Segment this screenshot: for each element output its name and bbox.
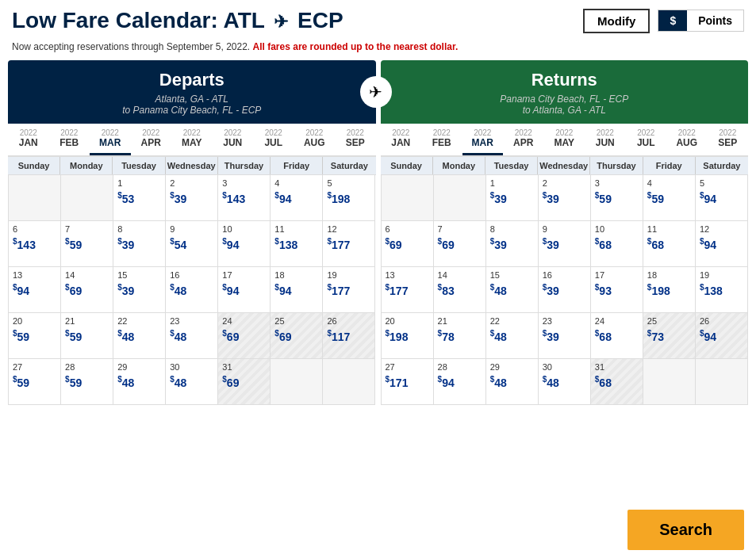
table-row[interactable]: 6$69	[382, 221, 434, 267]
table-row[interactable]: 5$198	[323, 175, 375, 221]
table-row[interactable]: 24$69	[218, 313, 271, 359]
table-row[interactable]: 28$94	[434, 359, 486, 405]
month-tab-sep[interactable]: 2022SEP	[335, 124, 376, 155]
table-row[interactable]: 10$94	[218, 221, 271, 267]
month-tab-aug[interactable]: 2022AUG	[666, 124, 708, 155]
table-row[interactable]: 2$39	[539, 175, 591, 221]
table-row[interactable]: 30$48	[166, 359, 218, 405]
table-row[interactable]: 11$138	[271, 221, 323, 267]
table-row[interactable]: 7$59	[61, 221, 113, 267]
table-row[interactable]: 5$94	[696, 175, 748, 221]
day-number: 18	[274, 270, 318, 280]
month-tab-sep[interactable]: 2022SEP	[708, 124, 749, 155]
month-tab-may[interactable]: 2022MAY	[544, 124, 585, 155]
table-row[interactable]: 1$53	[113, 175, 166, 221]
fare-price: $177	[327, 283, 370, 297]
month-tab-jun[interactable]: 2022JUN	[213, 124, 254, 155]
table-row[interactable]: 4$94	[271, 175, 323, 221]
table-row[interactable]: 9$39	[539, 221, 591, 267]
table-row[interactable]: 21$59	[61, 313, 113, 359]
table-row[interactable]: 20$198	[382, 313, 434, 359]
month-tab-jul[interactable]: 2022JUL	[626, 124, 667, 155]
table-row[interactable]: 23$39	[539, 313, 591, 359]
month-tab-aug[interactable]: 2022AUG	[294, 124, 336, 155]
day-number: 23	[170, 316, 213, 326]
table-row[interactable]: 17$93	[591, 267, 643, 313]
search-button[interactable]: Search	[627, 510, 744, 550]
table-row[interactable]: 19$177	[323, 267, 375, 313]
table-row[interactable]: 9$54	[166, 221, 218, 267]
table-row[interactable]: 14$83	[434, 267, 486, 313]
table-row[interactable]: 18$94	[271, 267, 323, 313]
table-row[interactable]: 22$48	[486, 313, 539, 359]
month-tab-apr[interactable]: 2022APR	[131, 124, 172, 155]
table-row[interactable]: 21$78	[434, 313, 486, 359]
day-number: 30	[543, 362, 586, 372]
table-row[interactable]: 17$94	[218, 267, 271, 313]
day-number: 13	[386, 270, 429, 280]
table-row[interactable]: 16$39	[539, 267, 591, 313]
month-tab-jan[interactable]: 2022JAN	[8, 124, 49, 155]
table-row[interactable]: 26$94	[696, 313, 748, 359]
dollar-button[interactable]: $	[658, 10, 687, 31]
departs-title: Departs	[16, 70, 368, 90]
table-row[interactable]: 10$68	[591, 221, 643, 267]
plane-icon: ✈	[360, 76, 392, 108]
month-tab-feb[interactable]: 2022FEB	[421, 124, 462, 155]
table-row[interactable]: 15$48	[486, 267, 539, 313]
header: Low Fare Calendar: ATL ✈ ECP Modify $ Po…	[0, 0, 756, 37]
table-row[interactable]: 1$39	[486, 175, 539, 221]
table-row[interactable]: 4$59	[643, 175, 696, 221]
points-button[interactable]: Points	[687, 10, 743, 31]
fare-price: $54	[170, 237, 213, 251]
month-tab-jul[interactable]: 2022JUL	[253, 124, 294, 155]
table-row[interactable]: 27$59	[9, 359, 61, 405]
month-tab-apr[interactable]: 2022APR	[503, 124, 544, 155]
month-tab-may[interactable]: 2022MAY	[171, 124, 213, 155]
month-tab-mar[interactable]: 2022MAR	[90, 124, 131, 155]
table-row[interactable]: 16$48	[166, 267, 218, 313]
table-row[interactable]: 6$143	[9, 221, 61, 267]
month-tab-jan[interactable]: 2022JAN	[381, 124, 422, 155]
table-row[interactable]: 3$59	[591, 175, 643, 221]
month-tab-jun[interactable]: 2022JUN	[585, 124, 626, 155]
table-row[interactable]: 20$59	[9, 313, 61, 359]
table-row[interactable]: 13$177	[382, 267, 434, 313]
table-row[interactable]: 12$94	[696, 221, 748, 267]
table-row[interactable]: 25$73	[643, 313, 696, 359]
table-row[interactable]: 22$48	[113, 313, 166, 359]
table-row[interactable]: 14$69	[61, 267, 113, 313]
month-tab-feb[interactable]: 2022FEB	[49, 124, 90, 155]
month-tab-mar[interactable]: 2022MAR	[462, 124, 504, 155]
table-row[interactable]: 23$48	[166, 313, 218, 359]
table-row[interactable]: 3$143	[218, 175, 271, 221]
fare-price: $39	[117, 283, 161, 297]
table-row[interactable]: 15$39	[113, 267, 166, 313]
table-row[interactable]: 26$117	[323, 313, 375, 359]
table-row[interactable]: 29$48	[486, 359, 539, 405]
table-row[interactable]: 18$198	[643, 267, 696, 313]
table-row	[696, 359, 748, 405]
table-row[interactable]: 27$171	[382, 359, 434, 405]
table-row[interactable]: 31$68	[591, 359, 643, 405]
table-row[interactable]: 24$68	[591, 313, 643, 359]
day-number: 6	[13, 224, 56, 234]
modify-button[interactable]: Modify	[583, 9, 650, 33]
day-number: 13	[13, 270, 56, 280]
table-row[interactable]: 28$59	[61, 359, 113, 405]
table-row[interactable]: 30$48	[539, 359, 591, 405]
table-row[interactable]: 7$69	[434, 221, 486, 267]
day-number: 21	[438, 316, 482, 326]
table-row[interactable]: 8$39	[113, 221, 166, 267]
table-row[interactable]: 12$177	[323, 221, 375, 267]
table-row[interactable]: 11$68	[643, 221, 696, 267]
fare-price: $94	[700, 191, 743, 205]
table-row[interactable]: 25$69	[271, 313, 323, 359]
table-row[interactable]: 29$48	[113, 359, 166, 405]
table-row[interactable]: 13$94	[9, 267, 61, 313]
table-row[interactable]: 8$39	[486, 221, 539, 267]
table-row[interactable]: 2$39	[166, 175, 218, 221]
table-row[interactable]: 31$69	[218, 359, 271, 405]
fare-price: $94	[700, 237, 743, 251]
table-row[interactable]: 19$138	[696, 267, 748, 313]
